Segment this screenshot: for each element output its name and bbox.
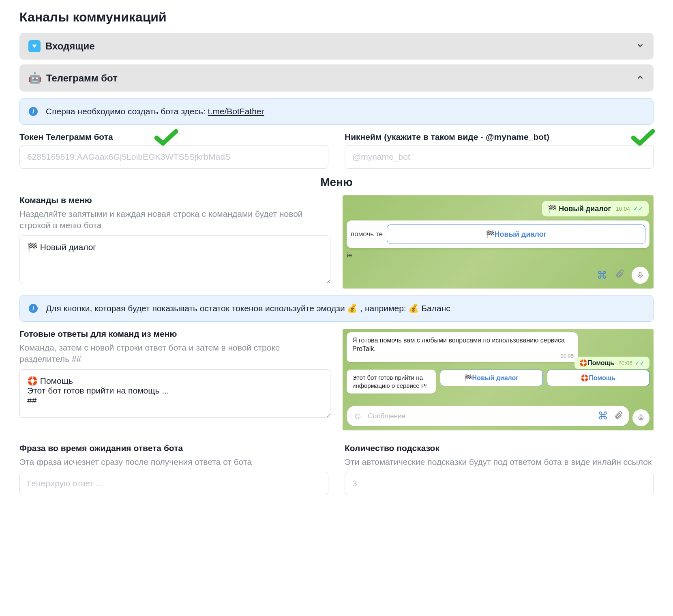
hints-count-label: Количество подсказок	[345, 443, 654, 453]
preview-answers: Я готова помочь вам с любыми вопросами п…	[343, 329, 654, 430]
preview-in-message: Я готова помочь вам с любыми вопросами п…	[347, 332, 578, 362]
quick-reply-new-dialog[interactable]: 🏁Новый диалог	[440, 370, 543, 386]
command-icon: ⌘	[598, 410, 608, 422]
wait-phrase-label: Фраза во время ожидания ответа бота	[19, 443, 328, 453]
nickname-label: Никнейм (укажите в таком виде - @myname_…	[345, 132, 654, 142]
token-field-group: Токен Телеграмм бота	[19, 132, 328, 169]
commands-textarea[interactable]: 🏁 Новый диалог	[19, 235, 330, 284]
preview-in-message-2: Этот бот готов прийти на информацию о се…	[347, 370, 436, 394]
command-icon: ⌘	[597, 269, 607, 282]
mic-button[interactable]	[632, 409, 649, 426]
quick-reply-bar: помочь те 🏁Новый диалог	[347, 220, 649, 248]
wait-phrase-help: Эта фраза исчезнет сразу после получения…	[19, 456, 328, 468]
preview-commands: 🏁 Новый диалог 16:04 ✓✓ помочь те 🏁Новый…	[343, 195, 654, 289]
preview-in-text: Я готова помочь вам с любыми вопросами п…	[352, 337, 565, 352]
preview-out-time: 16:04	[616, 205, 630, 212]
attach-icon	[614, 411, 623, 421]
info-icon: i	[29, 107, 38, 116]
incoming-icon	[28, 40, 41, 52]
botfather-link[interactable]: t.me/BotFather	[208, 107, 264, 116]
quick-reply-row: 🏁Новый диалог 🛟Помощь	[440, 370, 649, 386]
preview-out-text-2: 🛟Помощь	[579, 359, 614, 367]
nickname-input[interactable]	[345, 145, 654, 169]
preview-clip-left: помочь те	[351, 230, 387, 238]
answers-help: Команда, затем с новой строки ответ бота…	[19, 342, 330, 365]
mic-button[interactable]	[632, 267, 649, 284]
commands-help: Назделяйте запятыми и каждая новая строк…	[19, 208, 330, 231]
chevron-up-icon	[636, 73, 645, 83]
chevron-down-icon	[636, 41, 645, 51]
info-balance-text: Для кнопки, которая будет показывать ост…	[46, 304, 450, 313]
svg-rect-1	[640, 415, 642, 419]
menu-section-title: Меню	[19, 176, 654, 189]
quick-reply-button[interactable]: 🏁Новый диалог	[387, 225, 645, 244]
preview-in-time: 20:05	[560, 353, 574, 360]
emoji-icon: ☺	[353, 411, 362, 421]
check-icon	[630, 128, 656, 149]
preview-input-bar: ⌘	[597, 267, 649, 284]
preview-out-message-2: 🛟Помощь 20:06 ✓✓	[574, 357, 649, 369]
preview-in-text-2: Этот бот готов прийти на информацию о се…	[352, 374, 427, 389]
nickname-field-group: Никнейм (укажите в таком виде - @myname_…	[345, 132, 654, 169]
commands-field-group: Команды в меню Назделяйте запятыми и каж…	[19, 195, 330, 289]
check-icon	[153, 128, 179, 149]
info-banner-balance: i Для кнопки, которая будет показывать о…	[19, 295, 654, 322]
svg-rect-0	[639, 272, 641, 276]
wait-phrase-input[interactable]	[19, 472, 328, 495]
hints-count-group: Количество подсказок Эти автоматические …	[345, 443, 654, 495]
quick-reply-help[interactable]: 🛟Помощь	[547, 370, 650, 386]
info-banner-botfather: i Сперва необходимо создать бота здесь: …	[19, 98, 654, 125]
robot-icon: 🤖	[28, 72, 41, 84]
hints-count-input[interactable]	[345, 472, 654, 495]
commands-label: Команды в меню	[19, 195, 330, 205]
preview-out-message: 🏁 Новый диалог 16:04 ✓✓	[542, 201, 649, 216]
info-prefix: Сперва необходимо создать бота здесь:	[46, 107, 208, 116]
accordion-telegram-label: Телеграмм бот	[46, 73, 118, 84]
answers-field-group: Готовые ответы для команд из меню Команд…	[19, 329, 330, 430]
info-icon: i	[29, 304, 38, 313]
double-check-icon: ✓✓	[635, 360, 645, 366]
attach-icon	[615, 269, 624, 282]
preview-out-text: 🏁 Новый диалог	[548, 204, 611, 213]
preview-out-time-2: 20:06	[618, 360, 632, 366]
preview-message-input: ☺ Сообщение ⌘	[347, 406, 629, 426]
wait-phrase-group: Фраза во время ожидания ответа бота Эта …	[19, 443, 328, 495]
answers-label: Готовые ответы для команд из меню	[19, 329, 330, 339]
preview-input-placeholder: Сообщение	[368, 412, 592, 420]
hints-count-help: Эти автоматические подсказки будут под о…	[345, 456, 654, 468]
accordion-incoming[interactable]: Входящие	[19, 33, 654, 60]
info-text: Сперва необходимо создать бота здесь: t.…	[46, 107, 264, 116]
accordion-incoming-label: Входящие	[45, 41, 95, 52]
preview-clip-left2: ie	[347, 251, 352, 259]
page-title: Каналы коммуникаций	[19, 10, 654, 25]
accordion-telegram[interactable]: 🤖 Телеграмм бот	[19, 64, 654, 92]
double-check-icon: ✓✓	[633, 205, 643, 212]
answers-textarea[interactable]: 🛟 Помощь Этот бот готов прийти на помощь…	[19, 369, 330, 418]
